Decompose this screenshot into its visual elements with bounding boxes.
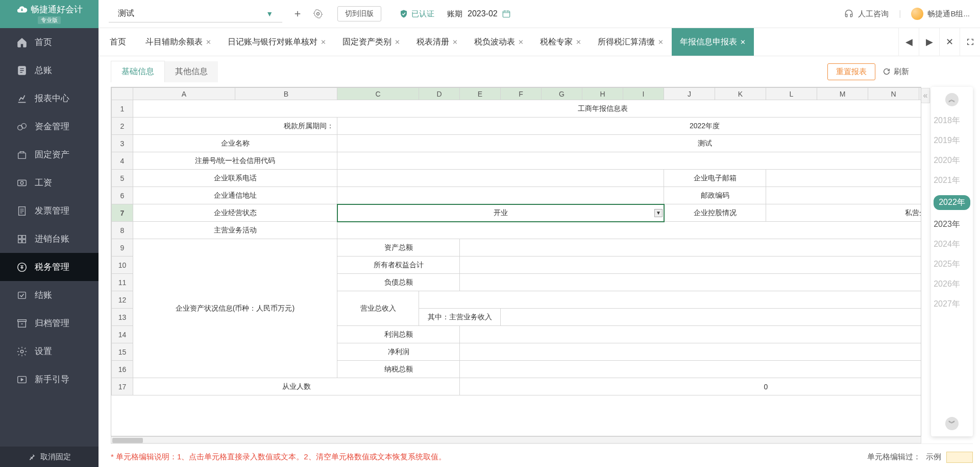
year-option[interactable]: 2018年 — [934, 115, 970, 126]
row-head-7[interactable]: 7 — [112, 204, 133, 222]
cell[interactable]: 纳税总额 — [337, 361, 460, 378]
period-value[interactable]: 2023-02 — [468, 9, 498, 18]
row-head-11[interactable]: 11 — [112, 274, 133, 291]
tab[interactable]: 税检专家✕ — [532, 28, 590, 56]
tabs-close-button[interactable]: ✕ — [939, 28, 960, 56]
cell[interactable]: 从业人数 — [133, 378, 460, 395]
user-menu[interactable]: 畅捷通B组... — [911, 8, 970, 20]
row-head-5[interactable]: 5 — [112, 170, 133, 187]
tab-close-icon[interactable]: ✕ — [395, 38, 400, 46]
tab-close-icon[interactable]: ✕ — [518, 38, 524, 46]
year-scroll-down[interactable]: ︾ — [945, 417, 959, 430]
cell[interactable]: 企业通信地址 — [133, 187, 337, 204]
cell[interactable] — [460, 343, 922, 361]
cell[interactable]: 测试 — [337, 135, 922, 152]
cell[interactable]: 注册号/统一社会信用代码 — [133, 152, 337, 170]
subtab-other[interactable]: 其他信息 — [165, 61, 218, 82]
row-head-4[interactable]: 4 — [112, 152, 133, 170]
spreadsheet[interactable]: ABCDEFGHIJKLMNOPQ 1工商年报信息表2税款所属期间：2022年度… — [111, 87, 921, 436]
cell[interactable]: 净利润 — [337, 343, 460, 361]
col-head-J[interactable]: J — [664, 88, 715, 100]
cell[interactable] — [460, 274, 922, 291]
cell[interactable] — [460, 361, 922, 378]
reset-report-button[interactable]: 重置报表 — [827, 63, 875, 80]
col-head-L[interactable]: L — [766, 88, 817, 100]
col-head-O[interactable]: O — [919, 88, 922, 100]
col-head-K[interactable]: K — [715, 88, 766, 100]
sidebar-item-archive[interactable]: 归档管理 — [0, 309, 99, 337]
cell[interactable]: 0 — [460, 378, 922, 395]
cell[interactable] — [337, 222, 922, 239]
cell[interactable]: 企业资产状况信息(币种：人民币万元) — [133, 239, 337, 378]
row-head-3[interactable]: 3 — [112, 135, 133, 152]
dropdown-arrow-icon[interactable]: ▼ — [654, 209, 663, 217]
tab[interactable]: 斗目辅助余额表✕ — [137, 28, 219, 56]
cell[interactable] — [460, 256, 922, 274]
year-option[interactable]: 2021年 — [934, 175, 970, 186]
tab-close-icon[interactable]: ✕ — [740, 38, 746, 46]
select-all-corner[interactable] — [112, 88, 133, 100]
row-head-8[interactable]: 8 — [112, 222, 133, 239]
cell[interactable] — [460, 239, 922, 256]
row-head-15[interactable]: 15 — [112, 343, 133, 361]
col-head-A[interactable]: A — [133, 88, 235, 100]
row-head-13[interactable]: 13 — [112, 309, 133, 326]
sidebar-item-chart[interactable]: 报表中心 — [0, 84, 99, 112]
collapse-year-panel[interactable]: « — [921, 88, 930, 103]
row-head-1[interactable]: 1 — [112, 100, 133, 118]
calendar-icon[interactable] — [502, 9, 511, 18]
cell[interactable]: 其中：主营业务收入 — [419, 309, 501, 326]
cell[interactable] — [337, 187, 664, 204]
year-option[interactable]: 2026年 — [934, 279, 970, 290]
horizontal-scrollbar[interactable] — [111, 436, 921, 443]
tab[interactable]: 日记账与银行对账单核对✕ — [219, 28, 334, 56]
sidebar-item-tax[interactable]: 税务管理 — [0, 253, 99, 281]
col-head-F[interactable]: F — [501, 88, 542, 100]
tab-close-icon[interactable]: ✕ — [658, 38, 664, 46]
cell[interactable]: 税款所属期间： — [133, 118, 337, 135]
row-head-14[interactable]: 14 — [112, 326, 133, 343]
sidebar-item-home[interactable]: 首页 — [0, 28, 99, 56]
sidebar-item-ledger[interactable]: 总账 — [0, 56, 99, 84]
sidebar-item-setting[interactable]: 设置 — [0, 337, 99, 365]
sidebar-item-salary[interactable]: 工资 — [0, 169, 99, 197]
cell[interactable]: 企业联系电话 — [133, 170, 337, 187]
cell[interactable] — [337, 170, 664, 187]
switch-old-version-button[interactable]: 切到旧版 — [337, 6, 381, 21]
cell[interactable] — [501, 309, 922, 326]
cell[interactable] — [419, 291, 922, 309]
cell[interactable]: 企业名称 — [133, 135, 337, 152]
cell[interactable]: 私营企业 — [766, 204, 922, 222]
col-head-D[interactable]: D — [419, 88, 460, 100]
col-head-B[interactable]: B — [235, 88, 337, 100]
row-head-12[interactable]: 12 — [112, 291, 133, 309]
cell[interactable]: 2022年度 — [337, 118, 922, 135]
tab[interactable]: 年报信息申报表✕ — [672, 28, 754, 56]
row-head-6[interactable]: 6 — [112, 187, 133, 204]
tab[interactable]: 固定资产类别✕ — [334, 28, 408, 56]
fullscreen-button[interactable] — [960, 28, 980, 56]
sidebar-item-money[interactable]: 资金管理 — [0, 112, 99, 141]
year-option[interactable]: 2023年 — [934, 219, 970, 230]
row-head-2[interactable]: 2 — [112, 118, 133, 135]
refresh-button[interactable]: 刷新 — [883, 67, 909, 77]
col-head-N[interactable]: N — [868, 88, 919, 100]
tab-close-icon[interactable]: ✕ — [452, 38, 458, 46]
year-option[interactable]: 2024年 — [934, 239, 970, 250]
col-head-H[interactable]: H — [582, 88, 623, 100]
cell[interactable]: 主营业务活动 — [133, 222, 337, 239]
sidebar-item-asset[interactable]: 固定资产 — [0, 141, 99, 169]
col-head-M[interactable]: M — [817, 88, 868, 100]
cell[interactable] — [766, 187, 922, 204]
cell[interactable] — [460, 326, 922, 343]
pin-toggle[interactable]: 取消固定 — [0, 447, 99, 467]
tab[interactable]: 首页 — [99, 28, 137, 56]
year-option[interactable]: 2020年 — [934, 155, 970, 166]
tab-close-icon[interactable]: ✕ — [321, 38, 326, 46]
col-head-I[interactable]: I — [623, 88, 664, 100]
year-option[interactable]: 2022年 — [934, 195, 970, 210]
cell[interactable]: 企业经营状态 — [133, 204, 337, 222]
tab-close-icon[interactable]: ✕ — [576, 38, 581, 46]
cell[interactable] — [766, 170, 922, 187]
subtab-basic[interactable]: 基础信息 — [111, 61, 165, 82]
